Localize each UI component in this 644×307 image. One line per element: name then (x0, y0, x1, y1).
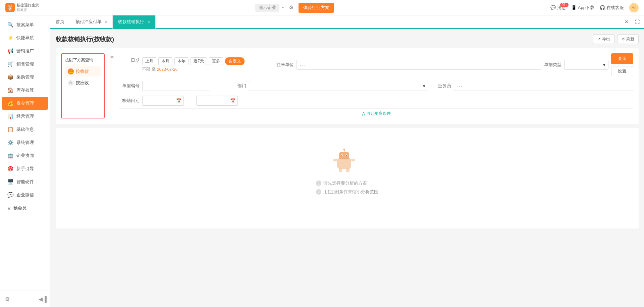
calendar-start-icon[interactable]: 📅 (176, 98, 181, 103)
doc-type-label: 单据类型 (541, 62, 561, 68)
refresh-button[interactable]: ↺ 刷新 (617, 34, 639, 44)
collapse-filter-button[interactable]: ≫ (109, 55, 115, 59)
calendar-end-icon[interactable]: 📅 (230, 98, 235, 103)
tab-prepay[interactable]: 预付冲应付单 × (70, 15, 113, 29)
message-icon: 💬 (550, 5, 556, 10)
sidebar-item-system[interactable]: ⚙️ 系统管理 (2, 136, 48, 149)
tab-prepay-close[interactable]: × (105, 20, 107, 24)
sidebar-item-guide[interactable]: 🎯 新手引导 (2, 162, 48, 175)
sidebar-item-basic[interactable]: 📋 基础信息 (2, 123, 48, 136)
collapse-sidebar-button[interactable]: ◀▐ (37, 294, 48, 304)
empty-robot-icon (330, 148, 357, 175)
chevron-doc-type: ▾ (603, 62, 605, 67)
sidebar-item-sales[interactable]: 🛒 销售管理 (2, 58, 48, 70)
sidebar-item-marketing[interactable]: 📢 营销推广 (2, 45, 48, 57)
date-btn-custom[interactable]: 自定义 (225, 57, 245, 65)
party-input[interactable]: ··· (297, 60, 541, 70)
dept-label: 部门 (226, 83, 246, 89)
filter-sidebar-title: 按以下方案查询 (65, 57, 101, 63)
purchase-icon: 📦 (7, 74, 14, 80)
date-range-dash: — (188, 98, 192, 103)
tab-close-btn[interactable]: ✕ (621, 16, 632, 27)
app-download-button[interactable]: 📱 App下载 (571, 5, 594, 11)
svg-rect-6 (339, 168, 342, 172)
search-icon: 🔍 (7, 22, 14, 28)
dept-select[interactable]: ▾ (249, 81, 428, 91)
industry-button[interactable]: 体验行业方案 (299, 3, 334, 13)
empty-icon-wrapper (330, 148, 364, 175)
workspace-name[interactable]: 演示企业 (255, 4, 279, 12)
tab-bar-right: ✕ ⛶ (621, 16, 644, 27)
basic-icon: 📋 (7, 126, 14, 133)
tab-expand-btn[interactable]: ⛶ (632, 16, 643, 27)
tab-home[interactable]: 首页 (50, 15, 70, 29)
filter-panel: 按以下方案查询 💳 按收款 ⏱ 按应收 ≫ (56, 48, 639, 124)
verify-date-start-input[interactable]: 2023-03-01 📅 (142, 96, 184, 106)
wechat-icon: 💬 (7, 192, 14, 198)
sidebar-item-member[interactable]: V 畅会员 (2, 202, 48, 214)
staff-select[interactable]: ··· (454, 81, 633, 91)
filter-option-by-receipt[interactable]: 💳 按收款 (65, 66, 101, 76)
tab-collection-close[interactable]: × (148, 20, 150, 24)
settings-icon[interactable]: ⚙ (286, 3, 296, 12)
party-label: 往来单位 (274, 62, 294, 68)
query-button[interactable]: 查询 (611, 53, 633, 64)
sidebar-item-search[interactable]: 🔍 搜索菜单 (2, 18, 48, 31)
sidebar-item-hardware[interactable]: 🖥️ 智能硬件 (2, 175, 48, 188)
date-buttons-group: 上月 本月 本年 近7天 更多 自定义 (142, 57, 245, 65)
filter-sidebar: 按以下方案查询 💳 按收款 ⏱ 按应收 (61, 53, 105, 118)
online-service-button[interactable]: 🎧 在线客服 (600, 5, 624, 11)
empty-state: 1 请先选择要分析的方案 2 用[过滤]条件来缩小分析范围 (56, 128, 639, 215)
user-avatar[interactable]: Rit (629, 3, 639, 12)
tab-bar: 首页 预付冲应付单 × 收款核销执行 × ✕ ⛶ (50, 15, 644, 29)
tab-collection[interactable]: 收款核销执行 × (113, 15, 155, 29)
date-btn-this-month[interactable]: 本月 (158, 57, 172, 65)
verify-date-start-field[interactable]: 2023-03-01 (145, 98, 175, 103)
message-button[interactable]: 💬 消息 99+ (550, 5, 566, 11)
export-icon: ↗ (597, 37, 601, 42)
app-name-block: 畅捷通好生意 标准版 (17, 3, 39, 12)
filter-row-1: 日期 上月 本月 本年 近7天 更多 自定义 (119, 53, 633, 76)
guide-icon: 🎯 (7, 166, 14, 172)
sidebar-item-inventory[interactable]: 🏠 库存核算 (2, 84, 48, 97)
verify-date-end-input[interactable]: 2023-07-21 📅 (196, 96, 238, 106)
settings-bottom-icon[interactable]: ⚙ (2, 294, 13, 304)
finance-icon: 💰 (7, 100, 14, 106)
filter-actions: 查询 设置 (611, 53, 633, 76)
sidebar-item-operation[interactable]: 📊 经营管理 (2, 110, 48, 123)
date-label: 日期 (119, 57, 140, 63)
svg-rect-8 (333, 159, 337, 161)
verify-date-end-field[interactable]: 2023-07-21 (199, 98, 229, 103)
marketing-icon: 📢 (7, 48, 14, 54)
svg-point-5 (346, 155, 347, 156)
app-name: 畅捷通好生意 (17, 3, 39, 7)
layout: 🔍 搜索菜单 ⚡ 快捷导航 📢 营销推广 🛒 销售管理 📦 采购管理 🏠 (0, 15, 644, 307)
date-btn-last-month[interactable]: 上月 (142, 57, 156, 65)
staff-dots: ··· (457, 82, 463, 90)
top-bar-left: 🐰 畅捷通好生意 标准版 (5, 3, 39, 12)
doc-no-input[interactable] (142, 81, 209, 91)
date-btn-last-7days[interactable]: 近7天 (191, 57, 207, 65)
receivable-icon: ⏱ (68, 80, 74, 86)
date-btn-more[interactable]: 更多 (209, 57, 223, 65)
doc-no-label: 单据编号 (119, 83, 140, 89)
doc-type-select[interactable]: ▾ (564, 60, 608, 70)
sales-icon: 🛒 (7, 61, 14, 67)
filter-form: 日期 上月 本月 本年 近7天 更多 自定义 (119, 53, 633, 118)
sidebar-item-wechat[interactable]: 💬 企业微信 (2, 189, 48, 201)
setting-button[interactable]: 设置 (611, 66, 633, 76)
svg-rect-1 (339, 152, 349, 159)
svg-rect-0 (337, 158, 351, 169)
message-badge: 99+ (560, 3, 569, 7)
export-button[interactable]: ↗ 导出 (593, 34, 614, 44)
sidebar-item-finance[interactable]: 💰 资金管理 (2, 97, 48, 110)
sidebar-item-purchase[interactable]: 📦 采购管理 (2, 71, 48, 84)
member-icon: V (7, 205, 11, 211)
filter-option-by-receivable[interactable]: ⏱ 按应收 (65, 78, 101, 88)
page-title: 收款核销执行(按收款) (56, 35, 114, 43)
collapse-more-button[interactable]: ⋀ 收起更多条件 (119, 108, 633, 118)
sidebar-item-quick[interactable]: ⚡ 快捷导航 (2, 32, 48, 44)
chevron-down-icon[interactable]: ▾ (282, 6, 284, 9)
sidebar-item-enterprise[interactable]: 🏢 企业协同 (2, 149, 48, 162)
date-btn-this-year[interactable]: 本年 (174, 57, 189, 65)
